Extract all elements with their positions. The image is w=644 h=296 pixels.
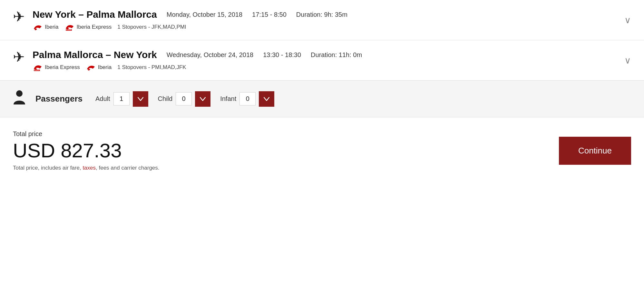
airline-logo-express-2: EXPRESS Iberia Express: [33, 64, 80, 71]
airline-logo-iberia-2: Iberia: [86, 64, 112, 71]
adult-chevron-icon: [138, 97, 143, 101]
person-icon: [13, 90, 26, 105]
infant-count: 0: [239, 92, 256, 105]
iberia-logo-icon: [33, 23, 43, 31]
svg-point-4: [16, 90, 23, 97]
svg-text:EXPRESS: EXPRESS: [66, 29, 71, 31]
child-group: Child 0: [158, 91, 211, 107]
flight-1-expand-button[interactable]: ∨: [624, 15, 631, 25]
iberia-express-logo-icon-2: EXPRESS: [33, 64, 43, 71]
airline-logo-iberia-1: Iberia: [33, 23, 59, 31]
airline-name-iberia-2: Iberia: [98, 64, 112, 71]
price-label: Total price: [13, 130, 160, 138]
flight-2-time: 13:30 - 18:30: [263, 51, 301, 59]
flight-1-row: ✈ New York – Palma Mallorca Monday, Octo…: [0, 0, 644, 40]
flight-1-stopovers: 1 Stopovers - JFK,MAD,PMI: [117, 24, 186, 30]
child-label: Child: [158, 95, 173, 103]
plane-icon-2: ✈: [13, 50, 25, 64]
flight-1-details: New York – Palma Mallorca Monday, Octobe…: [33, 9, 631, 31]
adult-group: Adult 1: [95, 91, 148, 107]
flight-2-date: Wednesday, October 24, 2018: [167, 51, 253, 59]
airline-name-iberia-1: Iberia: [45, 24, 59, 30]
child-count: 0: [176, 92, 192, 105]
airline-logo-express-1: EXPRESS Iberia Express: [64, 23, 112, 31]
price-note-suffix: , fees and carrier charges.: [96, 165, 159, 171]
passenger-icon: [13, 90, 26, 108]
flight-2-stopovers: 1 Stopovers - PMI,MAD,JFK: [117, 64, 186, 71]
price-note: Total price, includes air fare, taxes, f…: [13, 165, 160, 171]
adult-dropdown-button[interactable]: [133, 91, 148, 107]
flight-2-route: Palma Mallorca – New York: [33, 49, 157, 60]
taxes-link[interactable]: taxes: [83, 165, 96, 171]
infant-label: Infant: [220, 95, 236, 103]
adult-count: 1: [113, 92, 130, 105]
price-left: Total price USD 827.33 Total price, incl…: [13, 130, 160, 171]
flight-1-date: Monday, October 15, 2018: [167, 11, 242, 18]
airline-name-express-2: Iberia Express: [45, 64, 80, 71]
infant-chevron-icon: [264, 97, 269, 101]
flight-1-duration: Duration: 9h: 35m: [296, 11, 347, 18]
continue-button[interactable]: Continue: [559, 137, 631, 165]
flight-2-row: ✈ Palma Mallorca – New York Wednesday, O…: [0, 40, 644, 81]
adult-label: Adult: [95, 95, 110, 103]
plane-icon-1: ✈: [13, 10, 25, 24]
flight-1-route: New York – Palma Mallorca: [33, 9, 157, 20]
flight-2-details: Palma Mallorca – New York Wednesday, Oct…: [33, 49, 631, 71]
iberia-logo-icon-2: [86, 64, 96, 71]
flight-1-time: 17:15 - 8:50: [252, 11, 287, 18]
passengers-label: Passengers: [35, 94, 83, 104]
price-note-prefix: Total price, includes air fare,: [13, 165, 83, 171]
flight-2-expand-button[interactable]: ∨: [624, 55, 631, 66]
infant-dropdown-button[interactable]: [259, 91, 274, 107]
price-value: USD 827.33: [13, 140, 160, 162]
flight-2-duration: Duration: 11h: 0m: [311, 51, 362, 59]
infant-group: Infant 0: [220, 91, 274, 107]
passengers-section: Passengers Adult 1 Child 0 Infant 0: [0, 81, 644, 117]
child-chevron-icon: [200, 97, 206, 101]
child-dropdown-button[interactable]: [195, 91, 210, 107]
price-section: Total price USD 827.33 Total price, incl…: [0, 117, 644, 181]
airline-name-express-1: Iberia Express: [77, 24, 112, 30]
svg-text:EXPRESS: EXPRESS: [34, 70, 40, 71]
iberia-express-logo-icon: EXPRESS: [64, 23, 75, 31]
